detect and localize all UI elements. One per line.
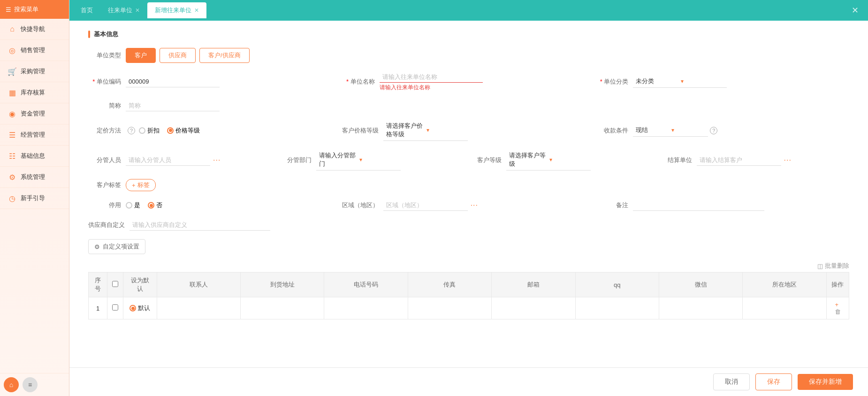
unit-btn-supplier[interactable]: 供应商	[160, 48, 196, 63]
pricing-method-label: 定价方法	[88, 126, 126, 135]
department-select[interactable]: 请输入分管部门 ▾	[316, 149, 401, 171]
pricing-level-radio	[167, 127, 174, 134]
wechat-input[interactable]	[664, 305, 738, 312]
td-contact[interactable]	[157, 297, 240, 319]
settlement-unit-input[interactable]	[697, 155, 781, 166]
region-more-icon[interactable]: ···	[471, 201, 478, 210]
td-wechat[interactable]	[659, 297, 743, 319]
supplier-custom-label: 供应商自定义	[88, 221, 129, 229]
search-icon: ☰	[6, 6, 11, 13]
tab-new-contact-label: 新增往来单位	[155, 6, 191, 15]
customer-level-placeholder: 请选择客户等级	[509, 151, 548, 168]
td-qq[interactable]	[575, 297, 659, 319]
window-close-button[interactable]: ✕	[846, 5, 864, 16]
sidebar-item-finance[interactable]: ◉ 资金管理	[0, 103, 69, 124]
unit-code-input[interactable]	[126, 76, 220, 87]
sidebar-item-newbie[interactable]: ◷ 新手引导	[0, 188, 69, 209]
department-chevron: ▾	[359, 156, 398, 163]
unit-btn-customer[interactable]: 客户	[126, 48, 156, 63]
sidebar-item-label: 库存核算	[21, 88, 45, 97]
supplier-custom-input[interactable]	[129, 219, 270, 231]
note-input[interactable]	[633, 200, 764, 211]
add-tag-button[interactable]: + 标签	[126, 179, 156, 191]
unit-code-label: 单位编码	[88, 78, 126, 86]
sidebar-item-inventory[interactable]: ▦ 库存核算	[0, 82, 69, 103]
tab-contacts-close[interactable]: ✕	[135, 7, 140, 14]
td-action: + 🗑	[826, 297, 849, 319]
customer-price-level-select[interactable]: 请选择客户价格等级 ▾	[383, 120, 468, 141]
sidebar-footer: ⌂ ≡	[0, 373, 69, 396]
sidebar-search-label: 搜索菜单	[14, 5, 38, 14]
row-checkbox[interactable]	[112, 304, 118, 311]
th-fax: 传真	[408, 272, 491, 297]
customer-level-select[interactable]: 请选择客户等级 ▾	[506, 149, 591, 171]
basic-info-icon: ☷	[8, 151, 17, 161]
region-input[interactable]	[383, 200, 468, 211]
pricing-discount-radio	[139, 127, 145, 134]
sidebar-item-system[interactable]: ⚙ 系统管理	[0, 167, 69, 188]
sidebar-item-quick-nav[interactable]: ⌂ 快捷导航	[0, 19, 69, 40]
sidebar-item-purchase[interactable]: 🛒 采购管理	[0, 61, 69, 82]
sidebar-item-sales[interactable]: ◎ 销售管理	[0, 40, 69, 61]
tab-home-label: 首页	[81, 6, 93, 15]
email-input[interactable]	[496, 305, 570, 312]
location-input[interactable]	[747, 305, 821, 312]
tab-new-contact[interactable]: 新增往来单位 ✕	[147, 2, 206, 18]
save-button[interactable]: 保存	[755, 373, 792, 390]
home-button[interactable]: ⌂	[4, 377, 19, 392]
sidebar-item-label: 销售管理	[21, 46, 45, 54]
disabled-yes-option[interactable]: 是	[126, 201, 140, 210]
unit-name-input[interactable]	[380, 71, 483, 83]
settlement-more-icon[interactable]: ···	[784, 156, 792, 164]
manager-more-icon[interactable]: ···	[213, 156, 221, 164]
unit-category-select[interactable]: 未分类 ▾	[633, 75, 727, 88]
settlement-unit-group: 结算单位 ···	[659, 155, 850, 166]
qq-input[interactable]	[580, 305, 654, 312]
th-checkbox	[107, 272, 123, 297]
sidebar-item-operations[interactable]: ☰ 经营管理	[0, 124, 69, 146]
tab-home[interactable]: 首页	[73, 2, 100, 18]
address-input[interactable]	[245, 305, 319, 312]
tab-contacts[interactable]: 往来单位 ✕	[100, 2, 147, 18]
sidebar-search[interactable]: ☰ 搜索菜单	[0, 0, 69, 19]
short-name-input[interactable]	[126, 100, 220, 111]
td-email[interactable]	[492, 297, 575, 319]
select-all-checkbox[interactable]	[112, 281, 118, 287]
sidebar-item-label: 系统管理	[21, 173, 45, 181]
td-location[interactable]	[743, 297, 826, 319]
payment-condition-value: 现结	[636, 126, 670, 134]
cancel-button[interactable]: 取消	[713, 373, 750, 390]
default-radio-item[interactable]: 默认	[128, 304, 152, 312]
contact-table: 序号 设为默认 联系人 到货地址 电话号码 传真 邮箱 qq 微信 所在地区 操…	[88, 272, 849, 319]
unit-type-row: 单位类型 客户 供应商 客户/供应商	[88, 48, 849, 63]
manager-input[interactable]	[126, 155, 210, 166]
code-name-category-row: 单位编码 单位名称 请输入往来单位名称 单位分类 未分类 ▾	[88, 71, 849, 92]
custom-settings-button[interactable]: ⚙ 自定义项设置	[88, 239, 145, 254]
customer-level-label: 客户等级	[469, 156, 506, 164]
save-new-button[interactable]: 保存并新增	[798, 374, 853, 390]
td-fax[interactable]	[408, 297, 491, 319]
unit-btn-both[interactable]: 客户/供应商	[199, 48, 250, 63]
contact-input[interactable]	[162, 305, 236, 312]
disabled-no-option[interactable]: 否	[148, 201, 162, 210]
pricing-level-option[interactable]: 价格等级	[167, 126, 200, 135]
del-row-button[interactable]: 🗑	[835, 308, 841, 315]
pricing-discount-option[interactable]: 折扣	[139, 126, 160, 135]
menu-button[interactable]: ≡	[23, 377, 38, 392]
batch-delete-button[interactable]: ◫ 批量删除	[88, 262, 849, 270]
add-row-button[interactable]: +	[835, 301, 839, 308]
payment-help-icon[interactable]: ?	[710, 127, 717, 134]
fax-input[interactable]	[413, 305, 487, 312]
sidebar-item-label: 新手引导	[21, 194, 45, 202]
tab-new-contact-close[interactable]: ✕	[194, 7, 199, 14]
section-bar	[88, 31, 90, 38]
td-address[interactable]	[240, 297, 324, 319]
manager-label: 分管人员	[88, 156, 126, 164]
disabled-yes-label: 是	[134, 201, 140, 210]
payment-condition-select[interactable]: 现结 ▾	[633, 124, 708, 137]
pricing-help-icon[interactable]: ?	[128, 127, 135, 134]
td-phone[interactable]	[324, 297, 408, 319]
phone-input[interactable]	[329, 305, 403, 312]
sidebar-item-basic-info[interactable]: ☷ 基础信息	[0, 146, 69, 167]
operations-icon: ☰	[8, 130, 17, 140]
